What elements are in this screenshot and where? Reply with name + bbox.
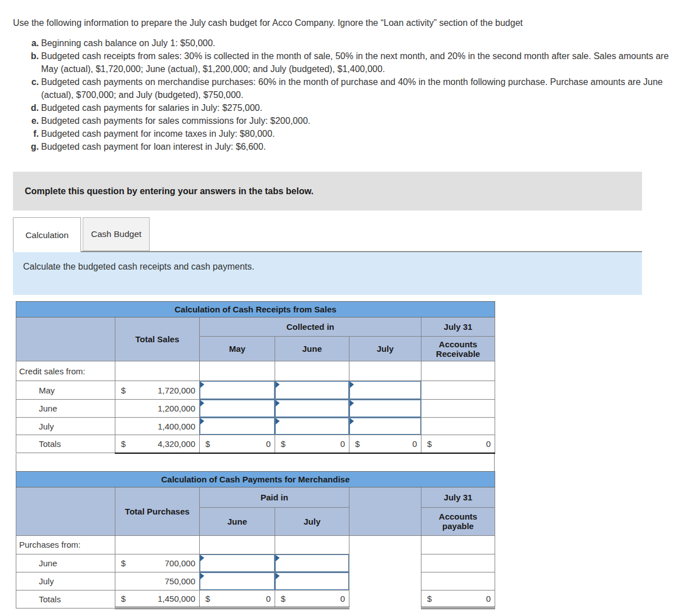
paid-in-header: Paid in (200, 487, 349, 507)
amount-value: 0 (412, 439, 417, 449)
item-letter: e. (29, 114, 39, 127)
total-purchases-header: Total Purchases (115, 487, 200, 535)
question-item: f.Budgeted cash payment for income taxes… (29, 127, 686, 140)
cash-input-cell[interactable] (200, 572, 275, 590)
month-header-may: May (200, 337, 275, 361)
amount-value: 4,320,000 (158, 439, 195, 449)
input-may-collected-june (275, 381, 349, 400)
cash-input-cell[interactable] (275, 554, 349, 572)
question-item: c.Budgeted cash payments on merchandise … (29, 75, 686, 101)
cash-payments-table: Calculation of Cash Payments for Merchan… (16, 471, 495, 610)
currency-symbol: $ (281, 439, 285, 449)
amount-value: 0 (486, 439, 491, 449)
item-text: Budgeted cash payments for salaries in J… (41, 103, 262, 113)
cash-receipts-table: Calculation of Cash Receipts from Sales … (16, 301, 495, 454)
currency-symbol: $ (121, 439, 125, 449)
cash-input-cell[interactable] (200, 418, 275, 435)
month-header-july: July (275, 507, 349, 535)
input-july-collected-july (349, 418, 421, 435)
accounts-payable-header: Accounts payable (421, 507, 495, 535)
worksheet-area: Calculation of Cash Receipts from Sales … (16, 301, 700, 609)
totals-label: Totals (16, 435, 115, 453)
cash-input-cell[interactable] (200, 381, 275, 400)
cash-input-cell[interactable] (275, 400, 349, 418)
spacer-cell (349, 554, 421, 572)
input-june-collected-june (275, 400, 349, 418)
empty-cell (349, 361, 421, 381)
total-sales-june: 1,200,000 (115, 400, 200, 418)
ap-cell (421, 554, 495, 572)
empty-cell (200, 535, 275, 554)
empty-cell (275, 535, 349, 554)
tab-instruction-panel: Calculate the budgeted cash receipts and… (13, 251, 642, 295)
amount-value: 0 (266, 594, 271, 603)
currency-symbol: $ (121, 594, 125, 603)
totals-accounts-receivable: $0 (421, 435, 495, 453)
currency-symbol: $ (427, 439, 432, 449)
month-header-july: July (349, 337, 421, 361)
currency-symbol: $ (121, 386, 125, 395)
row-label-june: June (16, 554, 115, 572)
total-purchases-june: $700,000 (115, 554, 200, 572)
totals-total-sales: $4,320,000 (115, 435, 200, 453)
amount-value: 0 (340, 439, 345, 449)
question-item-list: a.Beginning cash balance on July 1: $50,… (13, 37, 686, 153)
spacer-cell (349, 572, 421, 590)
cash-input-cell[interactable] (275, 381, 349, 400)
input-july-paid-june (200, 572, 275, 590)
cash-input-cell[interactable] (349, 418, 421, 435)
input-june-paid-june (200, 554, 275, 572)
receipts-corner-cell (16, 317, 115, 361)
item-letter: a. (29, 37, 39, 50)
collected-in-header: Collected in (200, 317, 421, 337)
accounts-receivable-header: Accounts Receivable (421, 337, 495, 361)
cash-input-cell[interactable] (349, 381, 421, 400)
july31-header: July 31 (421, 487, 495, 507)
currency-symbol: $ (121, 558, 125, 568)
cash-input-cell[interactable] (200, 554, 275, 572)
tab-cash-budget[interactable]: Cash Budget (83, 217, 150, 251)
input-may-collected-may (200, 381, 275, 400)
totals-collected-may: $0 (200, 435, 275, 453)
cash-input-cell[interactable] (275, 572, 349, 590)
ap-cell (421, 535, 495, 554)
input-july-paid-july (275, 572, 349, 590)
totals-paid-july: $0 (275, 590, 349, 608)
item-letter: b. (29, 50, 39, 62)
panel-instruction: Calculate the budgeted cash receipts and… (23, 262, 254, 271)
input-july-collected-june (275, 418, 349, 435)
july31-header: July 31 (421, 317, 495, 337)
month-header-june: June (200, 507, 275, 535)
row-label-may: May (16, 381, 115, 400)
table-gap (16, 454, 495, 471)
question-intro: Use the following information to prepare… (13, 0, 700, 29)
cash-input-cell[interactable] (200, 400, 275, 418)
cash-input-cell[interactable] (275, 418, 349, 435)
totals-collected-july: $0 (349, 435, 421, 453)
amount-value: 0 (340, 594, 345, 603)
amount-value: 1,720,000 (158, 386, 195, 395)
empty-cell (115, 361, 200, 381)
amount-value: 1,200,000 (158, 404, 195, 413)
item-text: Beginning cash balance on July 1: $50,00… (41, 38, 216, 48)
input-june-collected-may (200, 400, 275, 418)
item-letter: g. (29, 140, 39, 153)
item-text: Budgeted cash receipts from sales: 30% i… (41, 51, 668, 74)
amount-value: 700,000 (165, 558, 195, 568)
total-sales-may: $1,720,000 (115, 381, 200, 400)
tab-calculation[interactable]: Calculation (13, 217, 81, 252)
empty-cell (421, 361, 495, 381)
item-letter: c. (29, 75, 39, 88)
amount-value: 1,400,000 (158, 422, 195, 431)
cash-input-cell[interactable] (349, 400, 421, 418)
month-header-june: June (275, 337, 349, 361)
input-june-collected-july (349, 400, 421, 418)
banner-text: Complete this question by entering your … (25, 186, 313, 196)
receipts-table-title: Calculation of Cash Receipts from Sales (16, 302, 495, 317)
payments-table-title: Calculation of Cash Payments for Merchan… (16, 471, 495, 487)
payments-corner-cell (16, 487, 115, 535)
totals-collected-june: $0 (275, 435, 349, 453)
spacer-cell (349, 590, 421, 608)
ar-cell (421, 418, 495, 435)
amount-value: 750,000 (165, 576, 195, 586)
